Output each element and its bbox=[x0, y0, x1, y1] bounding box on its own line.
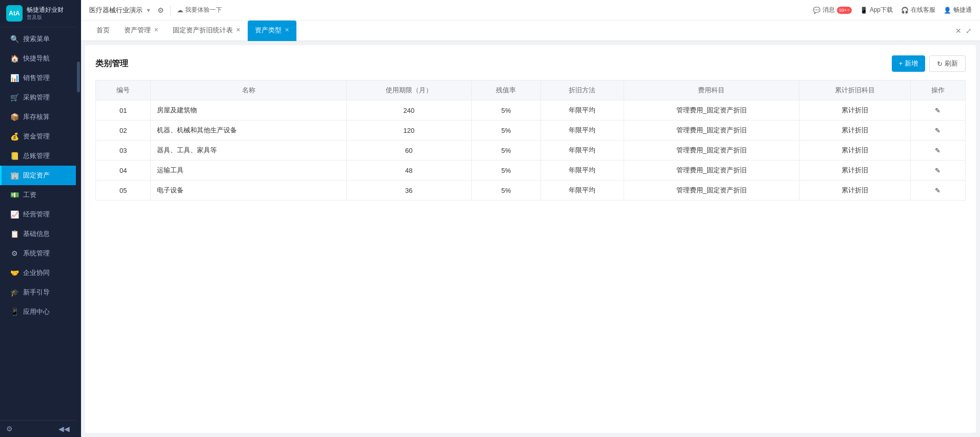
table-cell: 年限平均 bbox=[541, 101, 624, 121]
table-row: 01房屋及建筑物2405%年限平均管理费用_固定资产折旧累计折旧✎ bbox=[96, 101, 966, 121]
tab-home[interactable]: 首页 bbox=[89, 21, 117, 41]
col-header: 累计折旧科目 bbox=[799, 81, 910, 101]
tab-asset-mgmt[interactable]: 资产管理✕ bbox=[117, 21, 166, 41]
sidebar-item-ledger[interactable]: 📒总账管理 bbox=[0, 146, 76, 166]
tab-close-icon[interactable]: ✕ bbox=[285, 27, 289, 33]
company-selector[interactable]: 医疗器械行业演示 ▼ bbox=[89, 6, 151, 15]
sidebar-item-purchase[interactable]: 🛒采购管理 bbox=[0, 88, 76, 107]
tab-label: 固定资产折旧统计表 bbox=[173, 26, 233, 35]
sidebar-item-label: 总账管理 bbox=[23, 151, 50, 161]
sidebar-item-label: 库存核算 bbox=[23, 112, 50, 122]
new-button[interactable]: + 新增 bbox=[892, 55, 925, 72]
edit-action[interactable]: ✎ bbox=[910, 101, 965, 121]
tab-close-icon[interactable]: ✕ bbox=[154, 27, 158, 33]
basic-info-icon: 📋 bbox=[10, 230, 19, 238]
sidebar-scrollbar[interactable] bbox=[76, 0, 81, 437]
table-cell: 电子设备 bbox=[151, 181, 346, 201]
table-cell: 120 bbox=[346, 121, 471, 141]
table-cell: 5% bbox=[471, 101, 541, 121]
page-title: 类别管理 bbox=[95, 58, 128, 69]
purchase-icon: 🛒 bbox=[10, 93, 19, 102]
col-header: 费用科目 bbox=[624, 81, 799, 101]
settings-gear-icon[interactable]: ⚙ bbox=[157, 6, 164, 14]
message-button[interactable]: 💬 消息 99++ bbox=[813, 6, 852, 14]
user-menu[interactable]: 👤 畅捷通 bbox=[944, 6, 972, 14]
table-cell: 房屋及建筑物 bbox=[151, 101, 346, 121]
tab-label: 资产类型 bbox=[255, 26, 282, 35]
settings-icon[interactable]: ⚙ bbox=[6, 425, 13, 433]
sidebar-item-capital[interactable]: 💰资金管理 bbox=[0, 127, 76, 146]
app-logo: AtA 畅捷通好业财 普及版 bbox=[0, 0, 76, 27]
close-panel-icon[interactable]: ✕ bbox=[955, 27, 962, 35]
category-table: 编号名称使用期限（月）残值率折旧方法费用科目累计折旧科目操作 01房屋及建筑物2… bbox=[95, 80, 966, 201]
refresh-icon: ↻ bbox=[937, 60, 943, 68]
experience-label: 我要体验一下 bbox=[185, 6, 222, 14]
app-download-icon: 📱 bbox=[860, 7, 868, 14]
sidebar-item-guide[interactable]: 🎓新手引导 bbox=[0, 283, 76, 302]
refresh-button[interactable]: ↻ 刷新 bbox=[929, 55, 966, 72]
col-header: 使用期限（月） bbox=[346, 81, 471, 101]
customer-service-button[interactable]: 🎧 在线客服 bbox=[901, 6, 935, 14]
table-cell: 年限平均 bbox=[541, 161, 624, 181]
table-cell: 管理费用_固定资产折旧 bbox=[624, 101, 799, 121]
sidebar-item-quick-nav[interactable]: 🏠快捷导航 bbox=[0, 49, 76, 68]
sidebar-item-label: 销售管理 bbox=[23, 73, 50, 83]
table-cell: 04 bbox=[96, 161, 151, 181]
sidebar-item-label: 资金管理 bbox=[23, 132, 50, 141]
sidebar-item-system[interactable]: ⚙系统管理 bbox=[0, 244, 76, 263]
table-cell: 器具、工具、家具等 bbox=[151, 141, 346, 161]
col-header: 操作 bbox=[910, 81, 965, 101]
sidebar-item-basic-info[interactable]: 📋基础信息 bbox=[0, 224, 76, 244]
edit-action[interactable]: ✎ bbox=[910, 181, 965, 201]
page-header: 类别管理 + 新增 ↻ 刷新 bbox=[95, 55, 966, 72]
table-cell: 年限平均 bbox=[541, 121, 624, 141]
sidebar: AtA 畅捷通好业财 普及版 🔍搜索菜单🏠快捷导航📊销售管理🛒采购管理📦库存核算… bbox=[0, 0, 76, 437]
app-download-button[interactable]: 📱 App下载 bbox=[860, 6, 893, 14]
tab-depreciation-table[interactable]: 固定资产折旧统计表✕ bbox=[166, 21, 248, 41]
window-controls: ✕ ⤢ bbox=[955, 27, 972, 35]
table-cell: 02 bbox=[96, 121, 151, 141]
sidebar-item-inventory[interactable]: 📦库存核算 bbox=[0, 107, 76, 127]
sidebar-item-app-center[interactable]: 📱应用中心 bbox=[0, 302, 76, 322]
sidebar-nav: 🔍搜索菜单🏠快捷导航📊销售管理🛒采购管理📦库存核算💰资金管理📒总账管理🏢固定资产… bbox=[0, 27, 76, 420]
sidebar-item-payroll[interactable]: 💵工资 bbox=[0, 185, 76, 205]
quick-nav-icon: 🏠 bbox=[10, 54, 19, 63]
col-header: 折旧方法 bbox=[541, 81, 624, 101]
chevron-down-icon: ▼ bbox=[146, 7, 151, 13]
col-header: 编号 bbox=[96, 81, 151, 101]
table-cell: 60 bbox=[346, 141, 471, 161]
operations-icon: 📈 bbox=[10, 210, 19, 218]
table-cell: 5% bbox=[471, 161, 541, 181]
table-cell: 运输工具 bbox=[151, 161, 346, 181]
edit-action[interactable]: ✎ bbox=[910, 141, 965, 161]
sidebar-item-search[interactable]: 🔍搜索菜单 bbox=[0, 29, 76, 49]
tab-label: 资产管理 bbox=[124, 26, 151, 35]
tab-asset-type[interactable]: 资产类型✕ bbox=[248, 21, 296, 41]
sidebar-item-label: 系统管理 bbox=[23, 249, 50, 258]
app-center-icon: 📱 bbox=[10, 308, 19, 316]
edit-action[interactable]: ✎ bbox=[910, 121, 965, 141]
sidebar-item-operations[interactable]: 📈经营管理 bbox=[0, 205, 76, 224]
capital-icon: 💰 bbox=[10, 132, 19, 141]
col-header: 残值率 bbox=[471, 81, 541, 101]
edit-action[interactable]: ✎ bbox=[910, 161, 965, 181]
sidebar-item-label: 新手引导 bbox=[23, 288, 50, 297]
sidebar-item-fixed-assets[interactable]: 🏢固定资产 bbox=[0, 166, 76, 185]
table-row: 03器具、工具、家具等605%年限平均管理费用_固定资产折旧累计折旧✎ bbox=[96, 141, 966, 161]
sidebar-item-sales[interactable]: 📊销售管理 bbox=[0, 68, 76, 88]
expand-icon[interactable]: ⤢ bbox=[966, 27, 972, 35]
topbar: 医疗器械行业演示 ▼ ⚙ ☁ 我要体验一下 💬 消息 99++ 📱 App下载 … bbox=[81, 0, 980, 21]
tab-close-icon[interactable]: ✕ bbox=[236, 27, 241, 33]
table-cell: 05 bbox=[96, 181, 151, 201]
ledger-icon: 📒 bbox=[10, 152, 19, 160]
table-cell: 累计折旧 bbox=[799, 141, 910, 161]
topbar-right: 💬 消息 99++ 📱 App下载 🎧 在线客服 👤 畅捷通 bbox=[813, 6, 972, 14]
table-cell: 年限平均 bbox=[541, 181, 624, 201]
collapse-icon[interactable]: ◀◀ bbox=[58, 425, 70, 433]
content-area: 类别管理 + 新增 ↻ 刷新 编号名称使用期限（月）残值率折旧方法费用科目累计折… bbox=[85, 45, 976, 433]
table-cell: 累计折旧 bbox=[799, 121, 910, 141]
company-name: 医疗器械行业演示 bbox=[89, 6, 143, 15]
experience-button[interactable]: ☁ 我要体验一下 bbox=[177, 6, 222, 14]
sidebar-item-enterprise[interactable]: 🤝企业协同 bbox=[0, 263, 76, 283]
table-cell: 5% bbox=[471, 121, 541, 141]
